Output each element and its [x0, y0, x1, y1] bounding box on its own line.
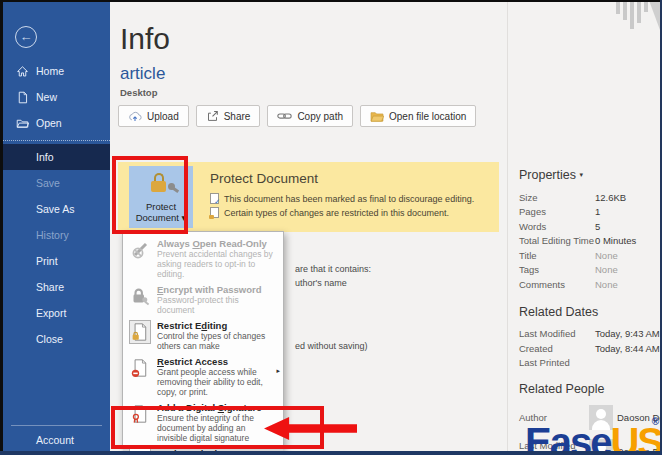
- window-border: [0, 451, 662, 455]
- protect-banner-line: Certain types of changes are restricted …: [210, 207, 449, 218]
- menu-item-always-open-read-only: Always Open Read-Only Prevent accidental…: [123, 235, 283, 281]
- restricted-doc-icon: [210, 207, 219, 218]
- upload-button-label: Upload: [147, 111, 179, 122]
- document-toolbar: Upload Share Copy path Open file locatio…: [118, 105, 507, 127]
- sidebar-item-save-as[interactable]: Save As: [3, 196, 110, 222]
- related-dates-rows: Last ModifiedToday, 9:43 AM CreatedToday…: [519, 327, 660, 371]
- document-name: article: [120, 64, 507, 84]
- upload-button[interactable]: Upload: [118, 105, 189, 127]
- copy-path-button-label: Copy path: [297, 111, 343, 122]
- window-border: [0, 0, 3, 455]
- menu-item-title: Always Open Read-Only: [157, 238, 275, 249]
- restrict-access-doc-icon: [129, 356, 151, 380]
- sidebar-item-label: History: [36, 229, 69, 241]
- date-row: Last Printed: [519, 356, 660, 371]
- open-folder-icon: [16, 117, 29, 130]
- home-icon: [16, 65, 29, 78]
- sidebar-item-open[interactable]: Open: [3, 110, 110, 136]
- sidebar-item-label: Close: [36, 333, 63, 345]
- sidebar-item-home[interactable]: Home: [3, 58, 110, 84]
- menu-item-encrypt-with-password: Encrypt with Password Password-protect t…: [123, 281, 283, 317]
- menu-item-description: Prevent accidental changes by asking rea…: [157, 249, 275, 279]
- property-row: Size12.6KB: [519, 190, 660, 205]
- back-arrow-icon: ←: [20, 29, 33, 44]
- backstage-sidebar: ← Home New Open Info Save S: [3, 2, 110, 451]
- sidebar-item-label: Print: [36, 255, 58, 267]
- marked-final-doc-icon: ✓: [210, 193, 219, 204]
- properties-heading[interactable]: Properties ▾: [519, 168, 660, 182]
- date-row: CreatedToday, 8:44 AM: [519, 341, 660, 356]
- property-row[interactable]: TagsNone: [519, 263, 660, 278]
- menu-item-title: Encrypt with Password: [157, 284, 275, 295]
- sidebar-item-print[interactable]: Print: [3, 248, 110, 274]
- window-border: [0, 0, 662, 2]
- property-row[interactable]: CommentsNone: [519, 277, 660, 292]
- inspect-text-fragment: are that it contains:: [295, 264, 371, 274]
- menu-item-restrict-access[interactable]: Restrict Access Grant people access whil…: [123, 353, 283, 399]
- menu-item-title: Restrict Access: [157, 356, 275, 367]
- folder-icon: [370, 111, 384, 122]
- related-dates-heading: Related Dates: [519, 305, 660, 319]
- sidebar-divider: [3, 140, 110, 141]
- sidebar-item-label: Info: [36, 151, 54, 163]
- sidebar-item-save: Save: [3, 170, 110, 196]
- property-row[interactable]: TitleNone: [519, 248, 660, 263]
- properties-rows: Size12.6KB Pages1 Words5 Total Editing T…: [519, 190, 660, 292]
- property-row: Pages1: [519, 205, 660, 220]
- sidebar-item-label: Export: [36, 307, 66, 319]
- restrict-editing-doc-icon: [129, 320, 151, 344]
- protect-banner-line-text: This document has been marked as final t…: [224, 194, 474, 204]
- link-icon: [277, 111, 292, 121]
- date-row: Last ModifiedToday, 9:43 AM: [519, 327, 660, 342]
- menu-item-restrict-editing[interactable]: Restrict Editing Control the types of ch…: [123, 317, 283, 353]
- inspect-text-fragment: uthor's name: [295, 278, 347, 288]
- sidebar-item-history: History: [3, 222, 110, 248]
- submenu-arrow-icon: ▸: [276, 367, 280, 375]
- protect-banner-line-text: Certain types of changes are restricted …: [224, 208, 449, 218]
- sidebar-item-label: Open: [36, 117, 62, 129]
- property-row: Words5: [519, 219, 660, 234]
- lock-key-icon: [129, 284, 151, 308]
- new-document-icon: [16, 91, 29, 104]
- sidebar-item-new[interactable]: New: [3, 84, 110, 110]
- sidebar-account-section: Account: [3, 425, 110, 446]
- page-title: Info: [120, 22, 507, 56]
- sidebar-item-label: Share: [36, 281, 64, 293]
- sidebar-item-close[interactable]: Close: [3, 326, 110, 352]
- protect-banner-title: Protect Document: [210, 171, 318, 186]
- menu-item-description: Control the types of changes others can …: [157, 331, 275, 351]
- highlight-box-protect-button: [112, 156, 188, 234]
- sidebar-item-label: Save As: [36, 203, 75, 215]
- read-only-pencil-icon: [129, 238, 151, 262]
- share-button-label: Share: [224, 111, 251, 122]
- registered-trademark-icon: ®: [652, 416, 659, 427]
- open-file-location-button[interactable]: Open file location: [360, 105, 476, 127]
- back-arrow-button[interactable]: ←: [15, 26, 37, 48]
- open-file-location-button-label: Open file location: [389, 111, 466, 122]
- sidebar-item-info[interactable]: Info: [3, 144, 110, 170]
- share-icon: [206, 110, 219, 122]
- sidebar-item-label: Save: [36, 177, 60, 189]
- upload-cloud-icon: [128, 110, 142, 122]
- word-backstage-info-window: ← Home New Open Info Save S: [0, 0, 662, 455]
- document-location: Desktop: [120, 87, 507, 98]
- menu-item-title: Restrict Editing: [157, 320, 275, 331]
- sidebar-item-label: New: [36, 91, 57, 103]
- document-properties-panel: Properties ▾ Size12.6KB Pages1 Words5 To…: [507, 2, 660, 451]
- menu-item-description: Grant people access while removing their…: [157, 367, 275, 397]
- sidebar-item-label: Home: [36, 65, 64, 77]
- inspect-text-fragment: ed without saving): [295, 341, 368, 351]
- property-row: Total Editing Time0 Minutes: [519, 234, 660, 249]
- sidebar-item-account[interactable]: Account: [3, 434, 110, 446]
- related-people-heading: Related People: [519, 382, 660, 396]
- watermark-bars-decoration: [616, 2, 648, 29]
- sidebar-item-share[interactable]: Share: [3, 274, 110, 300]
- share-button[interactable]: Share: [196, 105, 261, 127]
- copy-path-button[interactable]: Copy path: [267, 105, 353, 127]
- chevron-down-icon: ▾: [579, 171, 583, 178]
- menu-item-description: Password-protect this document: [157, 295, 275, 315]
- sidebar-item-export[interactable]: Export: [3, 300, 110, 326]
- sidebar-divider: [11, 425, 102, 426]
- protect-banner-line: ✓ This document has been marked as final…: [210, 193, 474, 204]
